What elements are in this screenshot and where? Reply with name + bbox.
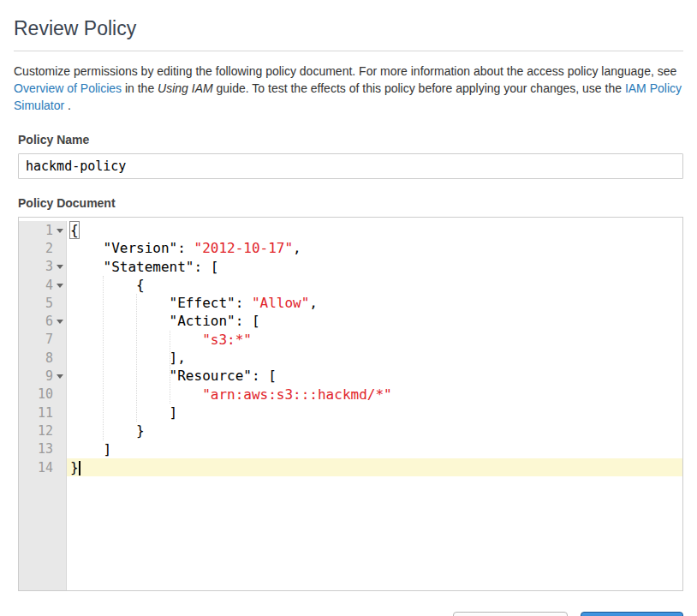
line-number: 14 (19, 458, 67, 476)
code-line[interactable]: 10 "arn:aws:s3:::hackmd/*" (19, 386, 682, 404)
line-number: 12 (19, 422, 67, 440)
code-token: } (70, 459, 79, 475)
policy-document-editor[interactable]: 1{2 "Version": "2012-10-17",3 "Statement… (18, 217, 683, 591)
code-token: "Action": [ (70, 313, 260, 329)
line-number: 6 (19, 312, 67, 330)
policy-name-label: Policy Name (18, 133, 683, 147)
code-line-text[interactable]: { (67, 276, 682, 294)
intro-text: . (64, 99, 71, 112)
code-token: { (70, 277, 145, 293)
code-token: "arn:aws:s3:::hackmd/*" (202, 386, 392, 403)
code-line[interactable]: 14} (19, 458, 682, 476)
line-number: 1 (19, 221, 67, 239)
editor-empty-area[interactable] (19, 476, 682, 590)
code-line[interactable]: 8 ], (19, 349, 682, 367)
code-line-text[interactable]: ], (67, 349, 682, 367)
code-line-text[interactable]: } (67, 422, 682, 440)
fold-arrow-icon[interactable] (57, 229, 63, 233)
text-cursor (79, 461, 80, 475)
line-number: 7 (19, 331, 67, 349)
code-line-text[interactable]: "s3:*" (67, 331, 682, 349)
code-line[interactable]: 7 "s3:*" (19, 331, 682, 349)
code-line[interactable]: 13 ] (19, 440, 682, 458)
intro-text: guide. To test the effects of this polic… (213, 81, 625, 95)
code-token: "Statement": [ (70, 259, 218, 275)
using-iam-guide-name: Using IAM (158, 81, 213, 95)
editor-gutter (19, 476, 67, 590)
code-token: ] (70, 404, 177, 421)
line-number: 9 (19, 367, 67, 385)
code-line[interactable]: 9 "Resource": [ (19, 367, 682, 385)
fold-arrow-icon[interactable] (57, 265, 63, 269)
code-token: "Effect": (70, 295, 252, 311)
code-line-text[interactable]: "Statement": [ (67, 258, 682, 276)
apply-policy-button[interactable]: Apply Policy (581, 612, 683, 616)
code-token: "s3:*" (202, 332, 252, 348)
code-token: ] (70, 441, 111, 458)
fold-arrow-icon[interactable] (57, 284, 63, 288)
policy-document-label: Policy Document (18, 196, 683, 210)
code-line-text[interactable]: ] (67, 404, 682, 422)
fold-arrow-icon[interactable] (57, 320, 63, 324)
code-token: } (70, 422, 145, 439)
policy-name-input[interactable] (18, 153, 683, 179)
code-line[interactable]: 3 "Statement": [ (19, 258, 682, 276)
line-number: 13 (19, 440, 67, 458)
code-token: , (309, 295, 318, 311)
line-number: 8 (19, 349, 67, 367)
code-line[interactable]: 1{ (19, 221, 682, 239)
line-number: 10 (19, 386, 67, 404)
title-divider (14, 51, 683, 51)
code-line-text[interactable]: } (67, 458, 682, 476)
review-policy-page: Review Policy Customize permissions by e… (0, 0, 697, 616)
line-number: 3 (19, 258, 67, 276)
line-number: 2 (19, 239, 67, 257)
code-line[interactable]: 12 } (19, 422, 682, 440)
code-token: { (70, 222, 79, 238)
intro-paragraph: Customize permissions by editing the fol… (14, 63, 683, 114)
footer-bar: ✔ Use autoformatting for policy editing … (18, 612, 683, 616)
code-line-text[interactable]: "arn:aws:s3:::hackmd/*" (67, 386, 682, 404)
line-number: 5 (19, 294, 67, 312)
code-line[interactable]: 11 ] (19, 404, 682, 422)
code-token: "2012-10-17" (194, 240, 294, 256)
code-line-text[interactable]: "Resource": [ (67, 367, 682, 385)
page-title: Review Policy (14, 17, 683, 40)
code-line[interactable]: 2 "Version": "2012-10-17", (19, 239, 682, 257)
validate-policy-button[interactable]: Validate Policy (453, 612, 568, 616)
line-number: 11 (19, 404, 67, 422)
editor-lines: 1{2 "Version": "2012-10-17",3 "Statement… (19, 218, 682, 476)
code-line-text[interactable]: { (67, 221, 682, 239)
intro-text: in the (122, 81, 158, 95)
intro-text: Customize permissions by editing the fol… (14, 64, 676, 78)
code-line[interactable]: 5 "Effect": "Allow", (19, 294, 682, 312)
overview-of-policies-link[interactable]: Overview of Policies (14, 81, 122, 95)
code-line-text[interactable]: "Version": "2012-10-17", (67, 239, 682, 257)
fold-arrow-icon[interactable] (57, 374, 63, 379)
code-token (70, 386, 202, 403)
code-line-text[interactable]: "Effect": "Allow", (67, 294, 682, 312)
line-number: 4 (19, 276, 67, 294)
code-line[interactable]: 6 "Action": [ (19, 312, 682, 330)
code-token: "Allow" (252, 295, 309, 311)
code-token (70, 332, 202, 348)
code-line-text[interactable]: "Action": [ (67, 312, 682, 330)
editor-empty-code-area[interactable] (67, 476, 682, 590)
code-token: , (293, 240, 301, 256)
code-token: ], (70, 350, 186, 366)
code-line[interactable]: 4 { (19, 276, 682, 294)
code-token: "Resource": [ (70, 368, 277, 384)
code-token: "Version": (70, 240, 194, 256)
code-line-text[interactable]: ] (67, 440, 682, 458)
